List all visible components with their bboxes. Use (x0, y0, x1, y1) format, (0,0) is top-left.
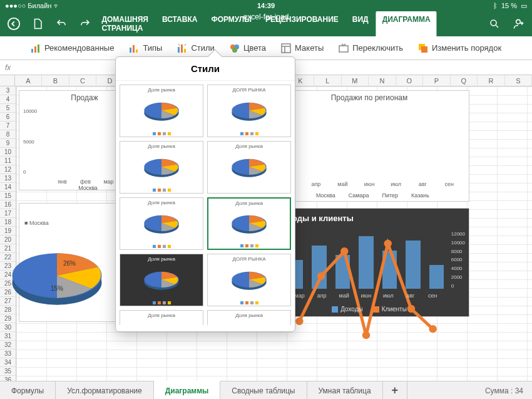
sheet-tab[interactable]: Диаграммы (154, 381, 221, 399)
status-time: 14:39 (257, 2, 275, 9)
status-signal-dots: ●●●○○ (5, 2, 26, 9)
svg-point-24 (362, 331, 370, 339)
svg-point-0 (8, 18, 19, 29)
svg-point-27 (429, 325, 436, 333)
svg-rect-18 (421, 46, 427, 53)
col-header[interactable]: B (42, 75, 69, 86)
tab-chart[interactable]: ДИАГРАММА (376, 11, 437, 36)
ribbon-types[interactable]: Типы (129, 43, 162, 53)
col-header[interactable]: C (69, 75, 97, 86)
style-thumbnail[interactable]: Доля рынка (207, 310, 291, 325)
svg-rect-6 (130, 48, 131, 53)
sheet-tab[interactable]: Сводные таблицы (220, 381, 307, 399)
style-thumbnail[interactable]: ДОЛЯ РЫНКА (207, 85, 291, 137)
svg-rect-15 (282, 44, 290, 53)
col-header[interactable]: P (423, 75, 451, 86)
ribbon-recommended[interactable]: Рекомендованные (31, 43, 114, 53)
style-thumbnail[interactable]: Доля рынка (207, 197, 291, 250)
sheet-tab[interactable]: Умная таблица (307, 381, 383, 399)
svg-point-1 (491, 20, 496, 26)
tab-review[interactable]: РЕЦЕНЗИРОВАНИЕ (259, 11, 345, 36)
svg-point-14 (232, 48, 237, 53)
status-battery: 15 % (501, 2, 517, 9)
add-sheet-button[interactable]: + (383, 381, 408, 399)
sheet-tab-bar: Формулы Усл.форматирование Диаграммы Сво… (0, 381, 532, 399)
colors-icon (230, 43, 240, 53)
svg-rect-16 (339, 46, 348, 52)
svg-point-2 (516, 19, 521, 24)
chart-types-icon (129, 43, 139, 53)
chart-sales-regions[interactable]: Продажи по регионам марапрмайиюниюлавгсе… (269, 90, 469, 202)
tab-insert[interactable]: ВСТАВКА (156, 11, 203, 36)
col-header[interactable]: M (342, 75, 369, 86)
style-thumbnail[interactable]: Доля рынка (207, 141, 291, 194)
col-header[interactable]: L (314, 75, 342, 86)
layouts-icon (281, 43, 291, 53)
col-header[interactable]: N (369, 75, 396, 86)
status-carrier: Билайн (28, 2, 51, 9)
app-title-bar: excel-for-ipad ДОМАШНЯЯ СТРАНИЦА ВСТАВКА… (0, 11, 532, 36)
tab-view[interactable]: ВИД (346, 11, 375, 36)
style-grid[interactable]: Доля рынкаДОЛЯ РЫНКАДоля рынкаДоля рынка… (116, 81, 295, 325)
svg-rect-5 (38, 44, 39, 53)
svg-point-23 (340, 247, 348, 255)
sheet-tab[interactable]: Усл.форматирование (56, 381, 154, 399)
recommended-icon (31, 43, 41, 53)
chart-title: Продажи по регионам (270, 91, 469, 105)
svg-rect-8 (136, 49, 138, 53)
style-thumbnail[interactable]: Доля рынка (120, 85, 203, 137)
svg-rect-10 (181, 44, 183, 53)
ribbon-colors[interactable]: Цвета (230, 43, 266, 53)
popover-title: Стили (116, 57, 295, 81)
ribbon-reorder[interactable]: Изменить порядок (418, 43, 501, 53)
style-thumbnail[interactable]: Доля рынка (120, 310, 203, 325)
svg-rect-9 (178, 47, 180, 53)
search-button[interactable] (486, 15, 503, 33)
main-tab-bar: ДОМАШНЯЯ СТРАНИЦА ВСТАВКА ФОРМУЛЫ РЕЦЕНЗ… (95, 11, 436, 36)
svg-rect-7 (133, 45, 135, 53)
col-header[interactable]: O (396, 75, 424, 86)
ios-status-bar: ●●●○○ Билайн ᯤ 14:39 ᛒ 15 % ▭ (0, 0, 532, 11)
tab-home[interactable]: ДОМАШНЯЯ СТРАНИЦА (95, 11, 155, 36)
svg-rect-3 (31, 49, 33, 53)
row-headers: 3456789101112131415161718192021222324252… (0, 86, 16, 381)
ribbon-styles[interactable]: Стили (177, 43, 214, 53)
bluetooth-icon: ᛒ (493, 2, 498, 9)
chart-income-clients[interactable]: Доходы и клиенты марапрмайиюниюлавгсен 0… (269, 208, 469, 317)
ribbon-switch[interactable]: Переключить (339, 43, 403, 53)
undo-button[interactable] (53, 15, 70, 33)
status-sum: Сумма : 34 (476, 381, 532, 399)
svg-point-21 (295, 318, 303, 325)
fx-label: fx (5, 63, 11, 72)
pie-render (1, 241, 113, 310)
sheet-tab[interactable]: Формулы (0, 381, 56, 399)
back-button[interactable] (5, 15, 23, 33)
ribbon-layouts[interactable]: Макеты (281, 43, 324, 53)
style-thumbnail[interactable]: ДОЛЯ РЫНКА (207, 254, 291, 306)
style-thumbnail[interactable]: Доля рынка (120, 254, 203, 306)
file-icon[interactable] (29, 15, 46, 33)
svg-rect-4 (34, 46, 36, 53)
chart-title: Доходы и клиенты (270, 209, 469, 228)
svg-point-25 (384, 240, 392, 247)
col-header[interactable]: Q (451, 75, 478, 86)
chart-styles-icon (177, 43, 187, 53)
style-thumbnail[interactable]: Доля рынка (120, 141, 203, 194)
col-header[interactable]: A (15, 75, 43, 86)
chart-styles-popover: Стили Доля рынкаДОЛЯ РЫНКАДоля рынкаДоля… (115, 56, 295, 332)
tab-formulas[interactable]: ФОРМУЛЫ (205, 11, 258, 36)
share-button[interactable] (509, 15, 527, 33)
redo-button[interactable] (76, 15, 94, 33)
svg-point-22 (317, 272, 325, 280)
reorder-icon (418, 43, 428, 53)
col-header[interactable]: R (478, 75, 505, 86)
svg-rect-11 (184, 49, 186, 53)
switch-icon (339, 43, 349, 53)
battery-icon: ▭ (521, 2, 527, 10)
wifi-icon: ᯤ (53, 2, 60, 9)
style-thumbnail[interactable]: Доля рынка (120, 197, 203, 250)
col-header[interactable]: S (505, 75, 532, 86)
